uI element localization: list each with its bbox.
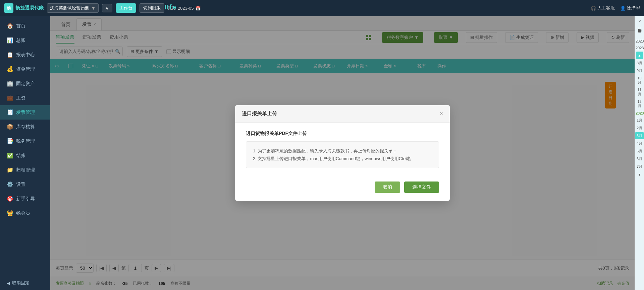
- close-panel-button[interactable]: ✕: [636, 17, 643, 25]
- period-item-apr[interactable]: 4月: [635, 140, 644, 147]
- modal-close-button[interactable]: ×: [439, 111, 443, 117]
- period-item-jul[interactable]: 7月: [635, 163, 644, 170]
- chevron-down-icon: ▼: [91, 6, 96, 11]
- calendar-icon[interactable]: 📅: [195, 6, 201, 11]
- sidebar-item-tax[interactable]: 📑 税务管理: [0, 134, 50, 148]
- sidebar-item-guide[interactable]: 🎯 新手引导: [0, 192, 50, 206]
- sidebar: 🏠 首页 📊 总账 📋 报表中心 💰 资金管理 🏢 固定资产: [0, 16, 50, 290]
- tax-icon: 📑: [7, 138, 13, 144]
- workspace-button[interactable]: 工作台: [116, 3, 136, 13]
- modal-footer: 取消 选择文件: [235, 176, 450, 201]
- sidebar-item-home[interactable]: 🏠 首页: [0, 19, 50, 33]
- sidebar-bottom: ◀ 取消固定: [0, 276, 50, 290]
- scroll-up-icon[interactable]: ▲: [636, 52, 643, 59]
- period-item-may[interactable]: 5月: [635, 148, 644, 155]
- logo-text-accent: IIfe: [164, 3, 177, 11]
- company-selector[interactable]: 沈海英测试经营勿删 ▼: [47, 3, 99, 13]
- period-item-feb[interactable]: 2月: [635, 125, 644, 132]
- sidebar-item-archive[interactable]: 📁 归档管理: [0, 163, 50, 177]
- archive-icon: 📁: [7, 167, 13, 173]
- sidebar-item-reports[interactable]: 📋 报表中心: [0, 48, 50, 62]
- invoice-icon: 🧾: [7, 109, 13, 116]
- sidebar-item-invoice[interactable]: 🧾 发票管理: [0, 105, 50, 120]
- sidebar-menu: 🏠 首页 📊 总账 📋 报表中心 💰 资金管理 🏢 固定资产: [0, 16, 50, 223]
- period-item-1[interactable]: 2023.03: [635, 45, 644, 51]
- ledger-icon: 📊: [7, 37, 13, 44]
- cancel-fixed-button[interactable]: ◀ 取消固定: [7, 280, 44, 286]
- period-item-jun[interactable]: 6月: [635, 155, 644, 162]
- period-item-jan[interactable]: 1月: [635, 117, 644, 124]
- pin-icon: ◀: [7, 281, 10, 286]
- sidebar-item-funds[interactable]: 💰 资金管理: [0, 62, 50, 76]
- modal-info-item-1: 1. 为了更加稀疏的数据匹配，请先录入海关缴款书，再上传对应的报关单；: [253, 147, 432, 155]
- modal-body: 进口货物报关单PDF文件上传 1. 为了更加稀疏的数据匹配，请先录入海关缴款书，…: [235, 123, 450, 176]
- switch-version-button[interactable]: 切到旧版: [140, 3, 164, 13]
- period-item-year[interactable]: 2023: [635, 110, 644, 116]
- period-item-mar[interactable]: 3月: [635, 132, 644, 139]
- sidebar-item-close[interactable]: ✅ 结账: [0, 148, 50, 163]
- sidebar-item-ledger[interactable]: 📊 总账: [0, 33, 50, 48]
- period-item-11[interactable]: 11月: [635, 87, 644, 98]
- modal-dialog: 进口报关单上传 × 进口货物报关单PDF文件上传 1. 为了更加稀疏的数据匹配，…: [235, 105, 450, 201]
- period-item-0[interactable]: 2023.03: [635, 38, 644, 44]
- expand-panel-button[interactable]: ⛶: [636, 25, 643, 33]
- period-select-label: 期间选择: [637, 35, 643, 36]
- modal-section-title: 进口货物报关单PDF文件上传: [246, 131, 439, 137]
- sidebar-item-settings[interactable]: ⚙️ 设置: [0, 177, 50, 192]
- modal-info-box: 1. 为了更加稀疏的数据匹配，请先录入海关缴款书，再上传对应的报关单； 2. 支…: [246, 141, 439, 168]
- period-item-10[interactable]: 10月: [635, 75, 644, 86]
- home-icon: 🏠: [7, 23, 13, 29]
- app-logo-icon: 畅: [4, 3, 13, 13]
- sidebar-item-inventory[interactable]: 📦 库存核算: [0, 120, 50, 134]
- sidebar-item-member[interactable]: 👑 畅会员: [0, 206, 50, 220]
- scroll-down-icon[interactable]: ▼: [636, 171, 643, 178]
- app-logo: 畅 畅捷通易代账: [4, 3, 44, 13]
- member-icon: 👑: [7, 210, 13, 216]
- modal-select-file-button[interactable]: 选择文件: [404, 182, 439, 193]
- reports-icon: 📋: [7, 52, 13, 58]
- sidebar-item-salary[interactable]: 💼 工资: [0, 91, 50, 105]
- period-item-9[interactable]: 9月: [635, 67, 644, 74]
- funds-icon: 💰: [7, 66, 13, 72]
- top-bar: 畅 畅捷通易代账 沈海英测试经营勿删 ▼ 🖨 工作台 切到旧版 账期 2023-…: [0, 0, 644, 16]
- guide-icon: 🎯: [7, 196, 13, 202]
- modal-cancel-button[interactable]: 取消: [375, 182, 400, 193]
- period-item-12[interactable]: 12月: [635, 98, 644, 110]
- close-period-icon: ✅: [7, 152, 13, 159]
- modal-info-item-2: 2. 支持批量上传进口报关单，mac用户使用Command键，windows用户…: [253, 155, 432, 162]
- content-area: 首页 发票 × 销项发票 进项发票 费用小票: [50, 16, 635, 290]
- modal-title: 进口报关单上传: [242, 111, 277, 117]
- right-panel: ✕ ⛶ 期间选择 2023.03 2023.03 ▲ 8月 9月 10月 11月…: [635, 16, 644, 290]
- top-right: 🎧 人工客服 👤 徐泽华: [591, 5, 640, 11]
- sidebar-item-assets[interactable]: 🏢 固定资产: [0, 76, 50, 91]
- user-menu[interactable]: 👤 徐泽华: [620, 5, 640, 11]
- inventory-icon: 📦: [7, 124, 13, 130]
- salary-icon: 💼: [7, 95, 13, 101]
- period-item-8[interactable]: 8月: [635, 60, 644, 67]
- service-button[interactable]: 🎧 人工客服: [591, 5, 615, 11]
- settings-icon: ⚙️: [7, 181, 13, 188]
- assets-icon: 🏢: [7, 80, 13, 87]
- headset-icon: 🎧: [591, 6, 596, 11]
- user-avatar-icon: 👤: [620, 6, 626, 11]
- modal-overlay[interactable]: 进口报关单上传 × 进口货物报关单PDF文件上传 1. 为了更加稀疏的数据匹配，…: [50, 16, 635, 290]
- modal-header: 进口报关单上传 ×: [235, 105, 450, 123]
- print-button[interactable]: 🖨: [102, 4, 112, 12]
